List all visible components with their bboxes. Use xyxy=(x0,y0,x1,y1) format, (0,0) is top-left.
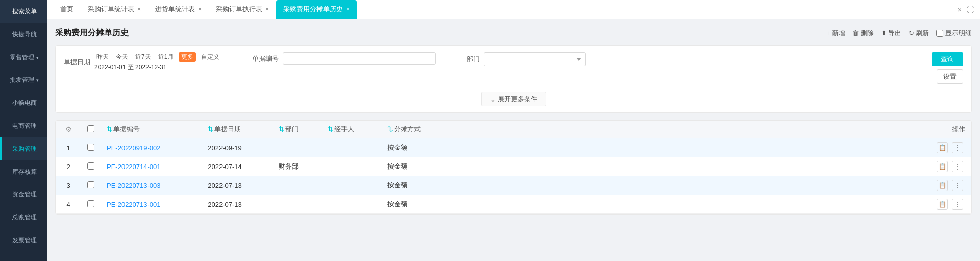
tab-purchase-order-stats[interactable]: 采购订单统计表× xyxy=(81,0,148,19)
tab-purchase-order-exec[interactable]: 采购订单执行表× xyxy=(209,0,276,19)
export-button[interactable]: ⬆ 导出 xyxy=(881,29,901,38)
cell-checkbox xyxy=(81,195,101,214)
doc-no-link[interactable]: PE-20220713-001 xyxy=(107,201,161,208)
table-row: 2 PE-20220714-001 2022-07-14 财务部 按金额 📋 ⋮ xyxy=(56,157,971,176)
cell-operations: 📋 ⋮ xyxy=(930,157,971,176)
doc-no-link[interactable]: PE-20220714-001 xyxy=(107,163,161,171)
tab-close-purchase-order-exec[interactable]: × xyxy=(265,6,269,13)
sidebar-item-invoice[interactable]: 发票管理 xyxy=(0,229,47,252)
tab-label-purchase-inbound-stats: 进货单统计表 xyxy=(155,5,195,14)
table-body: 1 PE-20220919-002 2022-09-19 按金额 📋 ⋮ 2 P… xyxy=(56,138,971,214)
refresh-button[interactable]: ↻ 刷新 xyxy=(909,29,929,38)
doc-no-label: 单据编号 xyxy=(252,54,279,63)
tab-home[interactable]: 首页 xyxy=(53,0,81,19)
row-checkbox[interactable] xyxy=(87,200,94,207)
sidebar-item-wholesale[interactable]: 批发管理 ▾ xyxy=(0,68,47,91)
table-header: ⚙ ⇅单据编号 ⇅单据日期 ⇅部门 xyxy=(56,121,971,138)
row-checkbox[interactable] xyxy=(87,162,94,170)
edit-icon[interactable]: 📋 xyxy=(937,161,948,172)
cell-operations: 📋 ⋮ xyxy=(930,176,971,195)
shortcut-7days[interactable]: 近7天 xyxy=(133,52,153,62)
doc-no-link[interactable]: PE-20220919-002 xyxy=(107,144,161,152)
show-columns-toggle[interactable]: 显示明细 xyxy=(936,29,972,38)
tab-close-purchase-order-stats[interactable]: × xyxy=(137,6,141,13)
expand-more-button[interactable]: ⌄ 展开更多条件 xyxy=(481,92,546,106)
th-checkbox xyxy=(81,121,101,138)
sidebar-item-miniapp[interactable]: 小畅电商 xyxy=(0,91,47,114)
doc-no-filter: 单据编号 xyxy=(252,52,436,65)
delete-button[interactable]: 🗑 删除 xyxy=(852,29,874,38)
th-doc-date[interactable]: ⇅单据日期 xyxy=(202,121,273,138)
edit-icon[interactable]: 📋 xyxy=(937,199,948,210)
sidebar-item-retail[interactable]: 零售管理 ▾ xyxy=(0,46,47,69)
th-doc-no[interactable]: ⇅单据编号 xyxy=(101,121,202,138)
date-range-text: 2022-01-01 至 2022-12-31 xyxy=(94,63,222,72)
tab-purchase-inbound-stats[interactable]: 进货单统计表× xyxy=(148,0,209,19)
refresh-icon: ↻ xyxy=(909,29,914,37)
tab-purchase-cost-history[interactable]: 采购费用分摊单历史× xyxy=(276,0,357,19)
dept-select[interactable] xyxy=(484,52,586,66)
th-split-method[interactable]: ⇅分摊方式 xyxy=(381,121,930,138)
sidebar-item-finance[interactable]: 资金管理 xyxy=(0,183,47,206)
cell-dept xyxy=(273,138,322,157)
more-icon[interactable]: ⋮ xyxy=(952,199,963,210)
shortcut-yesterday[interactable]: 昨天 xyxy=(94,52,111,62)
cell-doc-date: 2022-07-14 xyxy=(202,157,273,176)
sidebar-item-inventory[interactable]: 库存核算 xyxy=(0,160,47,183)
sidebar-item-search[interactable]: 搜索菜单 xyxy=(0,0,47,23)
cell-operations: 📋 ⋮ xyxy=(930,195,971,214)
th-operator[interactable]: ⇅经手人 xyxy=(322,121,381,138)
doc-no-link[interactable]: PE-20220713-003 xyxy=(107,182,161,189)
cell-no: 3 xyxy=(56,176,81,195)
th-operations: 操作 xyxy=(930,121,971,138)
tab-close-purchase-inbound-stats[interactable]: × xyxy=(198,6,202,13)
th-dept[interactable]: ⇅部门 xyxy=(273,121,322,138)
sidebar-item-quicknav[interactable]: 快捷导航 xyxy=(0,23,47,46)
more-icon[interactable]: ⋮ xyxy=(952,180,963,191)
row-checkbox[interactable] xyxy=(87,144,94,151)
sidebar-item-ledger[interactable]: 总账管理 xyxy=(0,206,47,229)
shortcut-custom[interactable]: 自定义 xyxy=(199,52,222,62)
shortcut-today[interactable]: 今天 xyxy=(114,52,130,62)
add-button[interactable]: + 新增 xyxy=(826,29,845,38)
shortcut-1month[interactable]: 近1月 xyxy=(156,52,176,62)
date-filter-label: 单据日期 xyxy=(64,58,90,67)
page-header: 采购费用分摊单历史 + 新增 🗑 删除 ⬆ 导出 ↻ 刷新 显示明细 xyxy=(55,28,972,38)
window-close-icon[interactable]: × xyxy=(958,6,962,14)
query-button[interactable]: 查询 xyxy=(932,52,963,66)
cell-no: 4 xyxy=(56,195,81,214)
select-all-checkbox[interactable] xyxy=(87,125,94,132)
delete-icon: 🗑 xyxy=(852,29,859,37)
cell-doc-date: 2022-07-13 xyxy=(202,176,273,195)
window-maximize-icon[interactable]: ⛶ xyxy=(967,6,974,14)
column-settings-icon[interactable]: ⚙ xyxy=(65,125,72,133)
chevron-icon: ▾ xyxy=(35,55,39,60)
cell-doc-date: 2022-09-19 xyxy=(202,138,273,157)
more-icon[interactable]: ⋮ xyxy=(952,161,963,172)
row-checkbox[interactable] xyxy=(87,181,94,188)
cell-doc-no: PE-20220713-001 xyxy=(101,195,202,214)
cell-no: 1 xyxy=(56,138,81,157)
table-row: 1 PE-20220919-002 2022-09-19 按金额 📋 ⋮ xyxy=(56,138,971,157)
table-row: 3 PE-20220713-003 2022-07-13 按金额 📋 ⋮ xyxy=(56,176,971,195)
shortcut-more[interactable]: 更多 xyxy=(179,52,196,62)
cell-checkbox xyxy=(81,157,101,176)
sidebar-item-ecommerce[interactable]: 电商管理 xyxy=(0,114,47,137)
filter-settings-button[interactable]: 设置 xyxy=(937,69,963,84)
table-row: 4 PE-20220713-001 2022-07-13 按金额 📋 ⋮ xyxy=(56,195,971,214)
show-columns-checkbox[interactable] xyxy=(936,30,943,37)
sidebar-item-purchase[interactable]: 采购管理 xyxy=(0,137,47,160)
tab-close-purchase-cost-history[interactable]: × xyxy=(346,6,350,13)
cell-split-method: 按金额 xyxy=(381,195,930,214)
export-icon: ⬆ xyxy=(881,29,887,37)
more-icon[interactable]: ⋮ xyxy=(952,142,963,153)
edit-icon[interactable]: 📋 xyxy=(937,180,948,191)
edit-icon[interactable]: 📋 xyxy=(937,142,948,153)
tab-bar-right: × ⛶ xyxy=(958,6,974,14)
cell-doc-date: 2022-07-13 xyxy=(202,195,273,214)
doc-no-input[interactable] xyxy=(283,52,436,65)
dept-label: 部门 xyxy=(467,55,480,64)
date-shortcuts: 昨天 今天 近7天 近1月 更多 自定义 xyxy=(94,52,222,62)
tab-label-purchase-cost-history: 采购费用分摊单历史 xyxy=(283,5,343,14)
data-table-container: ⚙ ⇅单据编号 ⇅单据日期 ⇅部门 xyxy=(55,120,972,215)
